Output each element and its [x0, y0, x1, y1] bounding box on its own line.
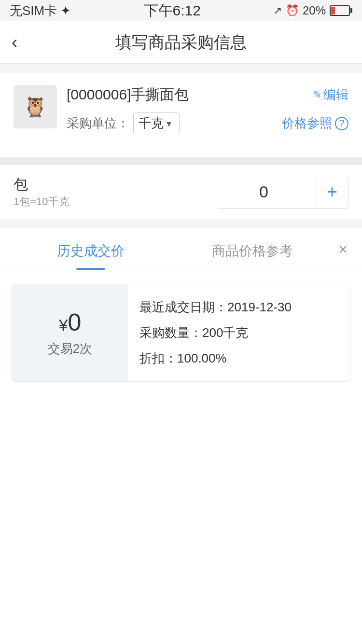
unit-label: 采购单位：	[67, 115, 129, 132]
history-price-value: ¥0	[59, 308, 82, 336]
status-bar: 无SIM卡 ✦ 下午6:12 ↗ ⏰ 20%	[0, 0, 362, 21]
alarm-icon: ⏰	[286, 4, 299, 17]
status-time: 下午6:12	[144, 1, 201, 21]
product-header: 🦉 [0000006]手撕面包 ✎ 编辑 采购单位： 千克 ▾	[14, 85, 348, 134]
edit-label: 编辑	[323, 86, 348, 103]
product-thumb-icon: 🦉	[23, 96, 47, 118]
qty-convert-label: 1包=10千克	[14, 195, 70, 209]
tabs-panel: 历史成交价 商品价格参考 × ¥0 交易2次 最近成交日期：2019-12-30…	[0, 228, 362, 395]
recent-date-row: 最近成交日期：2019-12-30	[139, 298, 338, 317]
quantity-input[interactable]	[219, 176, 316, 209]
tabs-close-button[interactable]: ×	[334, 231, 352, 268]
product-thumbnail: 🦉	[14, 85, 57, 128]
history-trade-count: 交易2次	[48, 340, 92, 357]
yen-symbol: ¥	[59, 316, 68, 334]
location-icon: ↗	[273, 4, 282, 17]
empty-space	[0, 395, 362, 644]
discount-row: 折扣：100.00%	[139, 349, 338, 368]
unit-row: 采购单位： 千克 ▾ 价格参照 ?	[67, 112, 348, 134]
history-card: ¥0 交易2次 最近成交日期：2019-12-30 采购数量：200千克 折扣：…	[12, 284, 350, 382]
recent-date-value: 2019-12-30	[227, 300, 292, 314]
purchase-qty-row: 采购数量：200千克	[139, 323, 338, 342]
section-divider	[0, 157, 362, 165]
edit-pencil-icon: ✎	[313, 89, 321, 101]
price-number: 0	[68, 309, 82, 336]
carrier-text: 无SIM卡 ✦	[10, 2, 71, 19]
unit-value: 千克	[139, 115, 164, 132]
price-ref-button[interactable]: 价格参照 ?	[282, 115, 348, 132]
status-carrier: 无SIM卡 ✦	[10, 2, 71, 19]
discount-value: 100.00%	[177, 351, 227, 365]
product-name: [0000006]手撕面包	[67, 85, 189, 105]
product-name-row: [0000006]手撕面包 ✎ 编辑	[67, 85, 348, 105]
history-price-block: ¥0 交易2次	[12, 284, 128, 381]
quantity-row: 包 1包=10千克 +	[0, 165, 362, 219]
tabs-header: 历史成交价 商品价格参考 ×	[0, 228, 362, 270]
tab-history-price[interactable]: 历史成交价	[10, 228, 172, 270]
quantity-increment-button[interactable]: +	[316, 176, 348, 209]
discount-label: 折扣：	[139, 351, 177, 365]
chevron-down-icon: ▾	[167, 118, 171, 129]
unit-select[interactable]: 千克 ▾	[133, 112, 180, 134]
battery-percent: 20%	[303, 4, 326, 17]
qty-label-block: 包 1包=10千克	[14, 175, 70, 209]
purchase-qty-label: 采购数量：	[139, 325, 202, 340]
history-details: 最近成交日期：2019-12-30 采购数量：200千克 折扣：100.00%	[128, 284, 350, 381]
purchase-qty-value: 200千克	[202, 325, 248, 340]
tab-content: ¥0 交易2次 最近成交日期：2019-12-30 采购数量：200千克 折扣：…	[0, 270, 362, 395]
page-title: 填写商品采购信息	[115, 31, 247, 54]
qty-unit-label: 包	[14, 175, 70, 195]
product-info: [0000006]手撕面包 ✎ 编辑 采购单位： 千克 ▾ 价格参照 ?	[67, 85, 348, 134]
qty-input-block: +	[219, 176, 348, 209]
battery-icon	[330, 5, 352, 16]
price-ref-label: 价格参照	[282, 115, 332, 132]
nav-bar: ‹ 填写商品采购信息	[0, 21, 362, 64]
back-button[interactable]: ‹	[12, 28, 22, 57]
tab-product-price-ref[interactable]: 商品价格参考	[172, 228, 334, 270]
recent-date-label: 最近成交日期：	[139, 300, 227, 314]
product-card: 🦉 [0000006]手撕面包 ✎ 编辑 采购单位： 千克 ▾	[0, 73, 362, 157]
price-ref-help-icon: ?	[335, 117, 348, 130]
edit-button[interactable]: ✎ 编辑	[313, 86, 348, 103]
status-icons: ↗ ⏰ 20%	[273, 4, 352, 17]
